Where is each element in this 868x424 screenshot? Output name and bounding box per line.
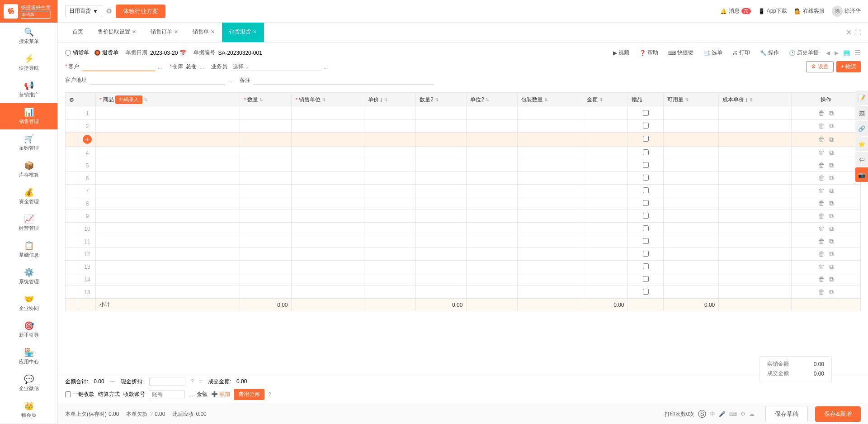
date-picker[interactable]: 2023-03-20 📅 <box>150 50 186 56</box>
row-qty2-cell[interactable] <box>416 223 467 235</box>
row-pack-qty-cell[interactable] <box>517 197 583 210</box>
row-cost-cell[interactable] <box>719 286 792 299</box>
delete-btn[interactable]: 🗑 <box>817 225 826 232</box>
row-qty-cell[interactable] <box>240 159 292 172</box>
row-pack-qty-cell[interactable] <box>517 107 583 120</box>
row-price-cell[interactable] <box>364 261 416 273</box>
row-price-cell[interactable] <box>364 147 416 159</box>
sidebar-item-finance[interactable]: 💰 资金管理 <box>0 183 57 210</box>
product-input[interactable] <box>99 238 236 245</box>
delete-btn[interactable]: 🗑 <box>817 174 826 181</box>
row-amount-cell[interactable] <box>583 107 628 120</box>
gift-checkbox[interactable] <box>643 149 649 155</box>
sort-icon[interactable]: ⇅ <box>749 97 753 102</box>
tab-close-icon[interactable]: ✕ <box>174 29 178 35</box>
row-gift-cell[interactable] <box>628 147 663 159</box>
sort-icon[interactable]: ⇅ <box>486 97 489 102</box>
copy-btn[interactable]: ⧉ <box>828 212 835 220</box>
row-product-cell[interactable] <box>96 223 240 235</box>
copy-btn[interactable]: ⧉ <box>828 250 835 258</box>
row-cost-cell[interactable] <box>719 133 792 147</box>
row-available-cell[interactable] <box>663 248 718 261</box>
video-btn[interactable]: ▶ 视频 <box>610 48 632 57</box>
row-cost-cell[interactable] <box>719 120 792 133</box>
row-qty-cell[interactable] <box>240 172 292 185</box>
product-input[interactable] <box>99 289 236 295</box>
row-pack-qty-cell[interactable] <box>517 223 583 235</box>
sidebar-item-shortcut[interactable]: ⚡ 快捷导航 <box>0 49 57 76</box>
row-product-cell[interactable] <box>96 147 240 159</box>
tab-sales-order[interactable]: 销售订单 ✕ <box>143 23 185 42</box>
row-amount-cell[interactable] <box>583 273 628 286</box>
row-product-cell[interactable] <box>96 185 240 197</box>
one-click-checkbox[interactable] <box>65 391 71 397</box>
row-available-cell[interactable] <box>663 172 718 185</box>
sidebar-item-inventory[interactable]: 📦 库存核算 <box>0 156 57 183</box>
tab-close-icon[interactable]: ✕ <box>253 29 257 35</box>
right-float-note[interactable]: 📝 <box>855 91 868 105</box>
product-input[interactable] <box>99 162 236 169</box>
copy-btn[interactable]: ⧉ <box>828 136 835 143</box>
print-btn[interactable]: 🖨 打印 <box>730 48 753 57</box>
row-cost-cell[interactable] <box>719 159 792 172</box>
row-product-cell[interactable] <box>96 286 240 299</box>
row-sale-unit-cell[interactable] <box>292 147 364 159</box>
product-input[interactable] <box>99 136 236 143</box>
row-unit2-cell[interactable] <box>467 197 517 210</box>
row-available-cell[interactable] <box>663 133 718 147</box>
user-profile[interactable]: 徐 徐泽华 <box>832 6 861 17</box>
row-qty2-cell[interactable] <box>416 248 467 261</box>
nav-prev-icon[interactable]: ◀ <box>826 50 830 56</box>
gear-icon[interactable]: ⚙ <box>69 97 74 103</box>
row-available-cell[interactable] <box>663 235 718 248</box>
row-unit2-cell[interactable] <box>467 172 517 185</box>
row-pack-qty-cell[interactable] <box>517 185 583 197</box>
row-qty2-cell[interactable] <box>416 261 467 273</box>
radio-return[interactable]: 退货单 <box>94 49 118 57</box>
row-price-cell[interactable] <box>364 286 416 299</box>
operate-btn[interactable]: 🔧 操作 <box>757 48 782 57</box>
row-product-cell[interactable] <box>96 172 240 185</box>
row-available-cell[interactable] <box>663 107 718 120</box>
sidebar-item-appstore[interactable]: 🏪 应用中心 <box>0 343 57 370</box>
product-input[interactable] <box>99 110 236 117</box>
gift-checkbox[interactable] <box>643 200 649 206</box>
delete-btn[interactable]: 🗑 <box>817 200 826 207</box>
add-row-btn[interactable]: + <box>83 135 92 144</box>
row-unit2-cell[interactable] <box>467 248 517 261</box>
row-unit2-cell[interactable] <box>467 286 517 299</box>
gift-checkbox[interactable] <box>643 263 649 269</box>
row-amount-cell[interactable] <box>583 210 628 223</box>
tab-sales-return[interactable]: 销货退货 ✕ <box>222 23 264 42</box>
delete-btn[interactable]: 🗑 <box>817 288 826 295</box>
row-product-cell[interactable] <box>96 248 240 261</box>
sort-icon[interactable]: ⇅ <box>599 97 603 102</box>
tab-close-icon[interactable]: ✕ <box>211 29 215 35</box>
settings-btn[interactable]: ⚙ 设置 <box>806 61 833 72</box>
customer-input[interactable] <box>82 62 155 71</box>
row-available-cell[interactable] <box>663 185 718 197</box>
row-unit2-cell[interactable] <box>467 235 517 248</box>
row-cost-cell[interactable] <box>719 107 792 120</box>
close-tab-icon[interactable]: ✕ <box>846 28 852 37</box>
sort-icon[interactable]: ⇅ <box>144 97 147 102</box>
row-sale-unit-cell[interactable] <box>292 107 364 120</box>
row-available-cell[interactable] <box>663 210 718 223</box>
sort-icon[interactable]: ⇅ <box>435 97 439 102</box>
delete-btn[interactable]: 🗑 <box>817 162 826 169</box>
gift-checkbox[interactable] <box>643 175 649 181</box>
row-unit2-cell[interactable] <box>467 261 517 273</box>
copy-btn[interactable]: ⧉ <box>828 162 835 169</box>
expense-split-btn[interactable]: 费用分摊 <box>234 389 264 400</box>
sidebar-item-wechat[interactable]: 💬 企业微信 <box>0 370 57 396</box>
logistics-btn[interactable]: + 物流 <box>836 61 861 72</box>
row-qty-cell[interactable] <box>240 261 292 273</box>
product-input[interactable] <box>99 264 236 270</box>
row-price-cell[interactable] <box>364 120 416 133</box>
row-product-cell[interactable] <box>96 235 240 248</box>
row-gift-cell[interactable] <box>628 210 663 223</box>
copy-btn[interactable]: ⧉ <box>828 276 835 283</box>
row-price-cell[interactable] <box>364 107 416 120</box>
gift-checkbox[interactable] <box>643 276 649 282</box>
row-product-cell[interactable] <box>96 197 240 210</box>
